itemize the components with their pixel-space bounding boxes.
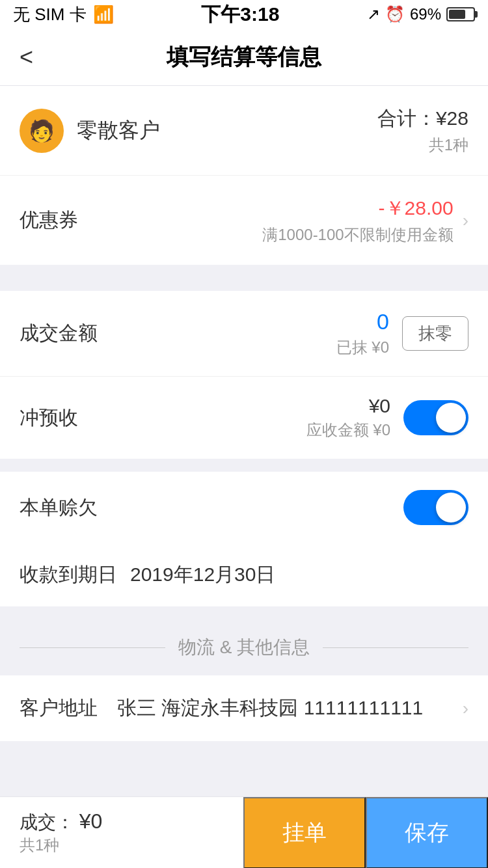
- wifi-icon: 📶: [93, 5, 114, 25]
- customer-count: 共1种: [377, 135, 468, 156]
- battery-fill: [449, 10, 465, 19]
- deal-value-area: 0 已抹 ¥0: [336, 309, 389, 358]
- customer-row: 🧑 零散客户 合计：¥28 共1种: [0, 86, 488, 175]
- status-left: 无 SIM 卡 📶: [13, 3, 114, 26]
- prepay-right: ¥0 应收金额 ¥0: [306, 395, 468, 441]
- due-date-value: 2019年12月30日: [130, 562, 275, 588]
- deal-sub-label: 已抹 ¥0: [336, 337, 389, 358]
- status-bar: 无 SIM 卡 📶 下午3:18 ↗ ⏰ 69%: [0, 0, 488, 29]
- bottom-deal-row: 成交： ¥0: [20, 809, 224, 835]
- prepay-sub: 应收金额 ¥0: [306, 420, 390, 441]
- customer-left: 🧑 零散客户: [20, 109, 160, 153]
- location-icon: ↗: [367, 5, 380, 23]
- divider-2: [0, 459, 488, 472]
- coupon-description: 满1000-100不限制使用金额: [262, 224, 453, 245]
- prepay-amount: ¥0: [306, 395, 390, 417]
- bottom-bar: 成交： ¥0 共1种 挂单 保存: [0, 796, 488, 868]
- pending-button[interactable]: 挂单: [243, 797, 366, 869]
- customer-total: 合计：¥28: [377, 105, 468, 132]
- avatar-emoji: 🧑: [29, 118, 55, 143]
- deal-row: 成交金额 0 已抹 ¥0 抹零: [0, 291, 488, 377]
- customer-right: 合计：¥28 共1种: [377, 105, 468, 156]
- avatar: 🧑: [20, 109, 64, 153]
- logistics-header: 物流 & 其他信息: [0, 619, 488, 675]
- deal-label: 成交金额: [20, 320, 98, 347]
- prepay-amount-area: ¥0 应收金额 ¥0: [306, 395, 390, 441]
- coupon-row[interactable]: 优惠券 -￥28.00 满1000-100不限制使用金额 ›: [0, 175, 488, 265]
- bottom-deal-label: 成交：: [20, 812, 74, 832]
- deal-section: 成交金额 0 已抹 ¥0 抹零 冲预收 ¥0 应收金额 ¥0: [0, 291, 488, 459]
- back-button[interactable]: <: [20, 44, 33, 71]
- credit-section: 本单赊欠 收款到期日 2019年12月30日: [0, 472, 488, 606]
- divider-3: [0, 606, 488, 619]
- address-value: 张三 海淀永丰科技园 11111111111: [117, 695, 459, 722]
- credit-label: 本单赊欠: [20, 495, 98, 521]
- credit-toggle-knob: [436, 493, 466, 522]
- address-chevron-icon: ›: [463, 698, 468, 719]
- battery-percent: 69%: [410, 5, 441, 23]
- bottom-count: 共1种: [20, 835, 224, 856]
- coupon-discount: -￥28.00: [262, 195, 453, 222]
- deal-right: 0 已抹 ¥0 抹零: [336, 309, 468, 358]
- battery-icon: [446, 7, 475, 21]
- credit-toggle[interactable]: [403, 490, 468, 525]
- nav-bar: < 填写结算等信息: [0, 29, 488, 86]
- due-date-label: 收款到期日: [20, 562, 117, 588]
- save-button[interactable]: 保存: [366, 797, 488, 869]
- page-title: 填写结算等信息: [167, 42, 321, 72]
- customer-name: 零散客户: [77, 116, 160, 145]
- due-date-row[interactable]: 收款到期日 2019年12月30日: [0, 543, 488, 606]
- deal-amount-input[interactable]: 0: [336, 309, 389, 334]
- toggle-knob: [436, 403, 466, 433]
- status-right: ↗ ⏰ 69%: [367, 5, 475, 23]
- logistics-label: 物流 & 其他信息: [178, 635, 310, 660]
- coupon-info: -￥28.00 满1000-100不限制使用金额: [262, 195, 453, 245]
- credit-row: 本单赊欠: [0, 472, 488, 543]
- round-button[interactable]: 抹零: [402, 316, 468, 351]
- prepay-label: 冲预收: [20, 405, 78, 431]
- bottom-info: 成交： ¥0 共1种: [0, 809, 243, 856]
- content-area: 🧑 零散客户 合计：¥28 共1种 优惠券 -￥28.00 满1000-100不…: [0, 86, 488, 832]
- address-section: 客户地址 张三 海淀永丰科技园 11111111111 ›: [0, 675, 488, 741]
- carrier-label: 无 SIM 卡: [13, 3, 87, 26]
- bottom-deal-amount: ¥0: [79, 809, 103, 833]
- address-row[interactable]: 客户地址 张三 海淀永丰科技园 11111111111 ›: [0, 675, 488, 741]
- logistics-line-right: [323, 647, 468, 648]
- prepay-row: 冲预收 ¥0 应收金额 ¥0: [0, 377, 488, 459]
- alarm-icon: ⏰: [385, 5, 405, 23]
- coupon-label: 优惠券: [20, 207, 78, 234]
- prepay-toggle[interactable]: [403, 400, 468, 435]
- coupon-right: -￥28.00 满1000-100不限制使用金额 ›: [262, 195, 468, 245]
- logistics-line-left: [20, 647, 165, 648]
- chevron-right-icon: ›: [463, 210, 468, 231]
- time-label: 下午3:18: [201, 1, 279, 28]
- address-label: 客户地址: [20, 695, 98, 722]
- divider-1: [0, 278, 488, 291]
- customer-section: 🧑 零散客户 合计：¥28 共1种 优惠券 -￥28.00 满1000-100不…: [0, 86, 488, 265]
